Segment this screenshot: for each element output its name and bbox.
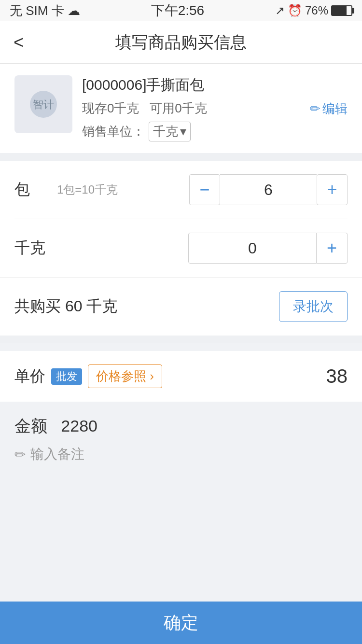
edit-button[interactable]: ✏ 编辑	[310, 100, 348, 117]
status-left: 无 SIM 卡 ☁	[10, 2, 80, 19]
unit-select-wrapper[interactable]: 千克 ▾	[149, 122, 191, 141]
amount-row: 金额 2280	[14, 415, 348, 437]
price-value: 38	[326, 365, 348, 387]
amount-section: 金额 2280 ✏ 输入备注	[0, 402, 362, 477]
back-button[interactable]: <	[14, 32, 24, 53]
remark-placeholder[interactable]: 输入备注	[30, 445, 84, 463]
location-icon: ↗	[275, 4, 285, 17]
price-ref-button[interactable]: 价格参照 ›	[88, 364, 162, 388]
bao-label: 包	[14, 179, 53, 200]
kg-label: 千克	[14, 238, 53, 259]
product-section: 智计 [0000006]手撕面包 现存0千克 可用0千克 销售单位： 千克 ▾ …	[0, 64, 362, 153]
amount-value: 2280	[61, 417, 97, 435]
price-row: 单价 批发 价格参照 › 38	[14, 364, 348, 388]
battery-icon	[331, 5, 352, 16]
kg-plus-button[interactable]: +	[317, 233, 348, 264]
total-section: 共购买 60 千克 录批次	[0, 277, 362, 336]
bao-controls: − +	[189, 174, 348, 205]
edit-icon: ✏	[310, 101, 320, 116]
product-image: 智计	[14, 75, 72, 133]
status-time: 下午2:56	[151, 1, 205, 20]
battery-label: 76%	[305, 4, 328, 17]
remark-row[interactable]: ✏ 输入备注	[14, 445, 348, 477]
product-info: [0000006]手撕面包 现存0千克 可用0千克 销售单位： 千克 ▾	[82, 75, 348, 141]
page-title: 填写商品购买信息	[115, 31, 247, 54]
divider-1	[0, 153, 362, 161]
alarm-icon: ⏰	[288, 4, 302, 17]
input-section: 包 1包=10千克 − + 千克 +	[0, 161, 362, 277]
sim-label: 无 SIM 卡 ☁	[10, 2, 80, 19]
product-logo-icon: 智计	[29, 90, 58, 119]
bao-input[interactable]	[220, 174, 317, 205]
amount-label: 金额	[14, 417, 47, 435]
svg-text:智计: 智计	[33, 98, 54, 111]
bao-input-row: 包 1包=10千克 − +	[14, 161, 348, 219]
bao-hint: 1包=10千克	[57, 182, 118, 197]
total-text: 共购买 60 千克	[14, 296, 117, 317]
pencil-icon: ✏	[14, 447, 26, 462]
price-label: 单价 批发 价格参照 ›	[14, 364, 162, 388]
kg-input-row: 千克 +	[14, 219, 348, 277]
bao-minus-button[interactable]: −	[189, 174, 220, 205]
kg-controls: +	[188, 233, 348, 264]
product-unit: 销售单位： 千克 ▾	[82, 122, 348, 141]
empty-space	[0, 477, 362, 622]
price-tag: 批发	[51, 368, 82, 385]
product-name: [0000006]手撕面包	[82, 75, 348, 95]
batch-button[interactable]: 录批次	[279, 291, 348, 322]
status-right: ↗ ⏰ 76%	[275, 4, 352, 17]
confirm-button[interactable]: 确定	[0, 602, 362, 644]
bao-plus-button[interactable]: +	[317, 174, 348, 205]
nav-bar: < 填写商品购买信息	[0, 21, 362, 64]
status-bar: 无 SIM 卡 ☁ 下午2:56 ↗ ⏰ 76%	[0, 0, 362, 21]
product-stock: 现存0千克 可用0千克	[82, 100, 348, 117]
kg-input[interactable]	[188, 233, 317, 264]
divider-2	[0, 336, 362, 343]
price-section: 单价 批发 价格参照 › 38	[0, 351, 362, 402]
unit-value: 千克	[153, 123, 178, 140]
unit-dropdown-icon: ▾	[180, 124, 186, 139]
